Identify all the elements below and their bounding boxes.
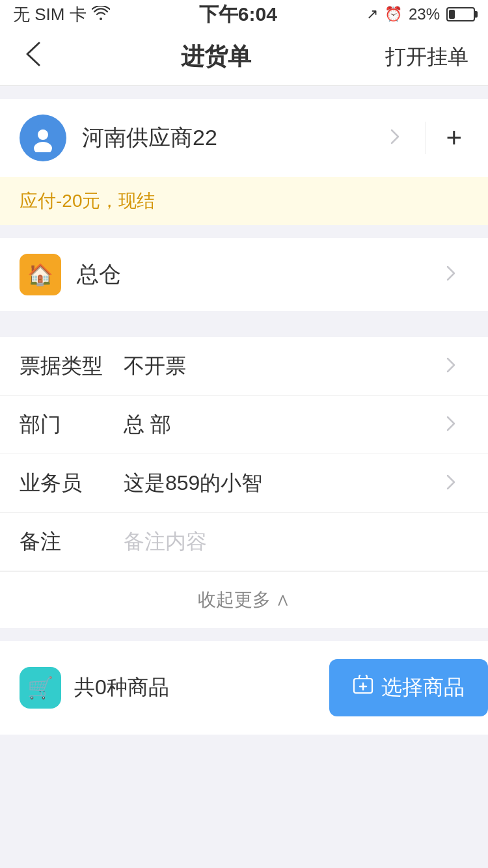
select-product-label: 选择商品 [381, 673, 465, 702]
remark-input[interactable]: 备注内容 [111, 528, 468, 556]
status-left: 无 SIM 卡 [13, 3, 110, 26]
section-gap-2 [0, 225, 488, 238]
warehouse-name: 总仓 [77, 260, 446, 290]
salesman-row[interactable]: 业务员 这是859的小智 [0, 454, 488, 513]
warehouse-section: 🏠 总仓 [0, 238, 488, 311]
section-gap-4 [0, 628, 488, 641]
warehouse-chevron-icon [446, 264, 455, 286]
divider [426, 122, 426, 154]
invoice-row[interactable]: 票据类型 不开票 [0, 337, 488, 396]
wifi-icon [92, 5, 110, 25]
department-row[interactable]: 部门 总 部 [0, 396, 488, 454]
warehouse-icon-wrap: 🏠 [20, 254, 61, 295]
add-supplier-button[interactable]: + [439, 116, 468, 160]
supplier-avatar [20, 115, 66, 161]
battery-icon [446, 7, 475, 21]
department-value: 总 部 [111, 411, 446, 439]
location-icon: ↗ [366, 6, 378, 23]
time-label: 下午6:04 [199, 1, 277, 28]
notice-bar: 应付-20元，现结 [0, 177, 488, 225]
status-bar: 无 SIM 卡 下午6:04 ↗ ⏰ 23% [0, 0, 488, 29]
supplier-section: 河南供应商22 + 应付-20元，现结 [0, 99, 488, 225]
department-chevron-icon [446, 414, 455, 436]
remark-row[interactable]: 备注 备注内容 [0, 513, 488, 571]
salesman-chevron-icon [446, 472, 455, 495]
select-product-icon [353, 675, 373, 701]
section-gap-1 [0, 86, 488, 99]
carrier-label: 无 SIM 卡 [13, 3, 87, 26]
remark-label: 备注 [20, 528, 111, 556]
page-title: 进货单 [181, 41, 251, 73]
collapse-button[interactable]: 收起更多 ∧ [0, 571, 488, 628]
salesman-label: 业务员 [20, 469, 111, 498]
product-icon: 🛒 [27, 675, 53, 700]
supplier-row[interactable]: 河南供应商22 + [0, 99, 488, 177]
invoice-value: 不开票 [111, 352, 446, 381]
warehouse-row[interactable]: 🏠 总仓 [0, 238, 488, 311]
battery-percentage: 23% [409, 5, 440, 23]
page-remainder [0, 735, 488, 868]
form-section: 票据类型 不开票 部门 总 部 业务员 这是859的小智 备注 备注内容 [0, 337, 488, 628]
collapse-label: 收起更多 ∧ [198, 588, 291, 612]
warehouse-icon: 🏠 [27, 262, 53, 287]
status-right: ↗ ⏰ 23% [366, 5, 475, 23]
svg-point-1 [38, 129, 48, 140]
nav-bar: 进货单 打开挂单 [0, 29, 488, 86]
notice-text: 应付-20元，现结 [20, 191, 155, 211]
supplier-name: 河南供应商22 [82, 123, 390, 153]
product-row: 🛒 共0种商品 选择商品 [0, 641, 488, 735]
product-icon-wrap: 🛒 [20, 667, 61, 709]
department-label: 部门 [20, 411, 111, 439]
product-count-label: 共0种商品 [74, 673, 169, 702]
alarm-icon: ⏰ [385, 6, 402, 23]
back-button[interactable] [20, 35, 47, 79]
section-gap-3 [0, 311, 488, 324]
invoice-chevron-icon [446, 355, 455, 377]
salesman-value: 这是859的小智 [111, 469, 446, 498]
invoice-label: 票据类型 [20, 352, 111, 381]
supplier-chevron-icon [390, 127, 400, 149]
product-left: 🛒 共0种商品 [20, 667, 169, 709]
open-pending-button[interactable]: 打开挂单 [385, 43, 468, 72]
select-product-button[interactable]: 选择商品 [329, 659, 488, 716]
